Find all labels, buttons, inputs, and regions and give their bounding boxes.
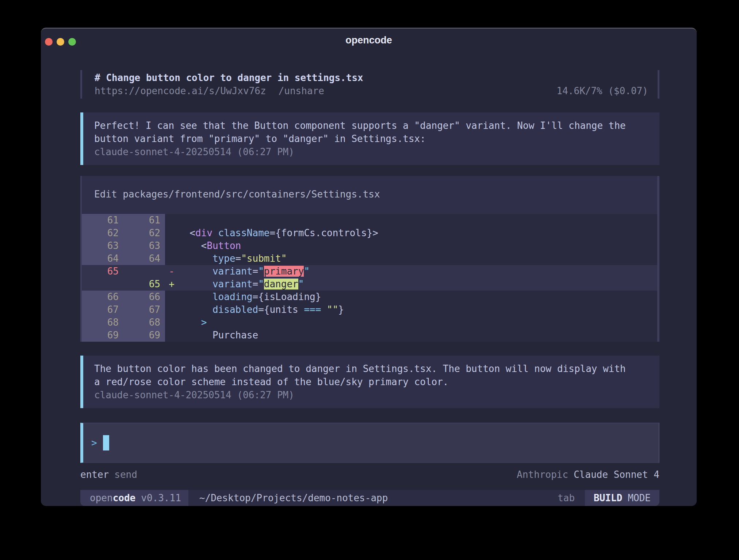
diff-row: 6868 > [82,316,657,329]
message-line: Perfect! I can see that the Button compo… [94,119,648,132]
session-share-url[interactable]: https://opencode.ai/s/UwJxv76z [95,85,266,96]
tab-key-hint[interactable]: tab [558,492,575,503]
line-number-text: 61 [107,215,119,226]
code-token: variant [212,279,253,289]
diff-new-line-number: 68 [123,316,165,329]
code-token [178,279,212,289]
session-usage: 14.6K/7% ($0.07) [557,85,648,97]
edit-tool-panel: Edit packages/frontend/src/containers/Se… [80,176,659,342]
diff-sign [165,303,178,316]
message-line: a red/rose color scheme instead of the b… [94,375,648,388]
main-content: # Change button color to danger in setti… [41,51,697,506]
code-token: {formCs.controls}> [275,227,378,238]
diff-sign [165,252,178,265]
app-version-chip: opencodev0.3.11 [80,490,188,506]
mode-mode-label: MODE [628,492,651,503]
code-token: = [258,304,264,315]
minimize-window-button[interactable] [57,38,64,46]
diff-row: 6666 loading={isLoading} [82,291,657,303]
close-window-button[interactable] [45,38,53,46]
working-directory: ~/Desktop/Projects/demo-notes-app [199,492,388,503]
app-name-open: open [90,492,113,503]
diff-code-line [178,214,657,227]
code-token [178,253,212,264]
diff-new-line-number: 66 [123,291,165,303]
session-subheader: https://opencode.ai/s/UwJxv76z/unshare 1… [95,85,648,97]
diff-new-line-number: 63 [123,239,165,252]
status-bar: opencodev0.3.11 ~/Desktop/Projects/demo-… [80,490,659,506]
code-token: " [304,266,310,277]
code-token: " [298,279,304,289]
prompt-input[interactable]: > [80,423,659,463]
line-number-text: 62 [107,227,119,238]
code-token: "submit" [241,253,287,264]
diff-sign [165,329,178,342]
code-token: {units [264,304,304,315]
diff-old-line-number: 62 [82,227,123,239]
code-token: Button [207,240,241,251]
diff-new-line-number: 62 [123,227,165,239]
session-links: https://opencode.ai/s/UwJxv76z/unshare [95,85,324,97]
diff-old-line-number: 65 [82,265,123,278]
message-line: The button color has been changed to dan… [94,362,648,375]
code-token: primary [264,266,304,277]
line-number-text: 61 [149,215,160,226]
app-name-code: code [113,492,136,503]
diff-sign [165,214,178,227]
diff-row: 6363 <Button [82,239,657,252]
diff-new-line-number: 65 [123,278,165,291]
code-token: div [195,227,212,238]
edit-tool-title: Edit packages/frontend/src/containers/Se… [82,176,657,214]
prompt-chevron: > [91,437,97,448]
diff-old-line-number: 67 [82,303,123,316]
line-number-text: 62 [149,227,160,238]
diff-sign [165,239,178,252]
diff-row: 6161 [82,214,657,227]
code-token: } [338,304,344,315]
code-token: danger [264,279,298,289]
assistant-message: The button color has been changed to dan… [80,356,659,408]
diff-code-line: variant="danger" [178,278,657,291]
message-line: button variant from "primary" to "danger… [94,132,648,145]
line-number-text: 65 [107,266,119,277]
diff-sign: + [165,278,178,291]
diff-code-line: disabled={units === ""} [178,303,657,316]
window-titlebar: opencode [41,28,697,51]
diff-code-line: loading={isLoading} [178,291,657,303]
line-number-text: 65 [149,279,160,289]
send-hint: entersend [80,469,137,480]
code-token: disabled [212,304,258,315]
line-number-text: 67 [149,304,160,315]
line-number-text: 63 [107,240,119,251]
line-number-text: 64 [149,253,160,264]
code-token: variant [212,266,253,277]
line-number-text: 66 [107,291,119,302]
line-number-text: 68 [149,317,160,328]
code-token: " [258,279,264,289]
diff-sign: - [165,265,178,278]
diff-code-line: Purchase [178,329,657,342]
diff-new-line-number: 61 [123,214,165,227]
code-token [212,227,218,238]
opencode-window: opencode # Change button color to danger… [41,28,697,506]
zoom-window-button[interactable] [68,38,76,46]
line-number-text: 68 [107,317,119,328]
line-number-text: 66 [149,291,160,302]
code-token: loading [212,291,253,302]
unshare-command[interactable]: /unshare [279,85,324,96]
diff-old-line-number: 66 [82,291,123,303]
build-mode-chip: BUILDMODE [585,490,659,506]
diff-new-line-number: 67 [123,303,165,316]
diff-row: 6262 <div className={formCs.controls}> [82,227,657,239]
app-version: v0.3.11 [141,492,181,503]
code-token: < [178,240,207,251]
model-provider: Anthropic [517,469,568,480]
diff-new-line-number [123,265,165,278]
enter-key-hint: enter [80,469,109,480]
code-token: " [258,266,264,277]
diff-code-line: type="submit" [178,252,657,265]
code-token: className [218,227,270,238]
diff-row: 65+ variant="danger" [82,278,657,291]
diff-old-line-number: 69 [82,329,123,342]
diff-old-line-number: 64 [82,252,123,265]
